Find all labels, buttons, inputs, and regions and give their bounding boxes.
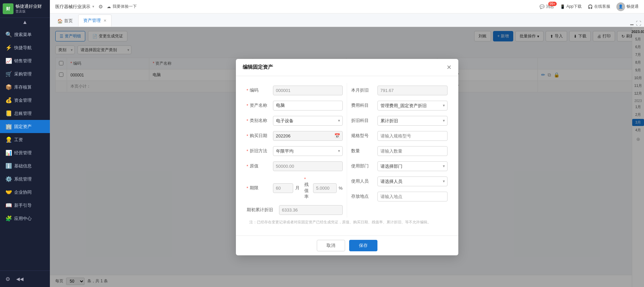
tab-asset-label: 资产管理 xyxy=(83,18,101,24)
sidebar-item-basic-info[interactable]: ℹ️ 基础信息 xyxy=(0,159,50,172)
sidebar-item-label: 快捷导航 xyxy=(14,45,32,51)
form-row-expense-account: 费用科目 管理费用_固定资产折旧 xyxy=(347,98,452,113)
inventory-icon: 📦 xyxy=(5,84,11,90)
sidebar-item-label: 系统管理 xyxy=(14,176,32,182)
sidebar-item-payroll[interactable]: 👷 工资 xyxy=(0,133,50,146)
sidebar-item-finance[interactable]: 💰 资金管理 xyxy=(0,94,50,107)
sidebar-item-collaboration[interactable]: 🤝 企业协同 xyxy=(0,186,50,199)
sidebar-item-fixed-assets[interactable]: 🏢 固定资产 xyxy=(0,120,50,133)
spec-model-input[interactable] xyxy=(377,131,448,141)
online-service-button[interactable]: 🎧 在线客服 xyxy=(588,4,610,9)
modal-right-col: 本月折旧 费用科目 管理费用_固定资产折旧 xyxy=(347,83,452,218)
sidebar-item-app-center[interactable]: 🧩 应用中心 xyxy=(0,212,50,225)
fixed-assets-icon: 🏢 xyxy=(5,123,11,130)
residual-rate-input[interactable] xyxy=(313,183,337,193)
sidebar-item-label: 企业协同 xyxy=(14,189,32,195)
basic-info-icon: ℹ️ xyxy=(5,163,11,169)
messages-button[interactable]: 💬 消息 99+ xyxy=(540,4,554,9)
settings-icon: ⚙ xyxy=(5,276,10,282)
user-profile[interactable]: 👤 畅捷通 xyxy=(616,2,639,11)
tabbar: 🏠 首页 资产管理 ✕ 🗕 ⛶ xyxy=(50,13,644,27)
experience-label: 我要体验一下 xyxy=(113,4,137,9)
residual-rate-label: * 残值率 xyxy=(304,177,311,200)
category-label: * 类别名称 xyxy=(247,118,270,124)
calendar-icon[interactable]: 📅 xyxy=(334,133,340,138)
sidebar-settings[interactable]: ⚙ ◀◀ xyxy=(0,270,50,287)
tab-home-label: 首页 xyxy=(64,18,73,24)
modal-body: * 编码 * 资产名称 xyxy=(236,76,458,235)
residual-rate-unit: % xyxy=(339,186,343,191)
app-name: 畅捷通好业财 xyxy=(16,4,42,9)
tab-home[interactable]: 🏠 首页 xyxy=(53,15,78,27)
modal-footer: 取消 保存 xyxy=(236,235,458,255)
guide-icon: 📖 xyxy=(5,202,11,209)
save-button[interactable]: 保存 xyxy=(349,240,377,251)
dep-account-label: 折旧科目 xyxy=(351,118,375,124)
form-row-category: * 类别名称 电子设备 xyxy=(243,113,347,128)
department-wrap: 请选择部门 xyxy=(377,161,448,171)
sidebar-item-sales[interactable]: 📈 销售管理 xyxy=(0,54,50,67)
sidebar-item-label: 搜索菜单 xyxy=(14,32,32,38)
sidebar-collapse-button[interactable]: ◀◀ xyxy=(13,274,27,284)
sidebar-item-inventory[interactable]: 📦 库存核算 xyxy=(0,81,50,94)
code-input[interactable] xyxy=(273,86,343,95)
original-value-input[interactable] xyxy=(273,161,343,171)
form-row-location: 存放地点 xyxy=(347,189,452,204)
sidebar-scroll-up[interactable]: ▲ xyxy=(0,18,50,27)
modal-grid: * 编码 * 资产名称 xyxy=(243,83,452,218)
experience-button[interactable]: ☁ 我要体验一下 xyxy=(107,4,137,9)
tab-maximize-button[interactable]: ⛶ xyxy=(636,21,641,27)
location-input[interactable] xyxy=(377,192,448,201)
modal-close-button[interactable]: ✕ xyxy=(447,64,452,71)
tab-minimize-button[interactable]: 🗕 xyxy=(629,21,635,27)
sidebar-item-system[interactable]: ⚙️ 系统管理 xyxy=(0,172,50,186)
mobile-icon: 📱 xyxy=(560,4,565,9)
tab-close-icon[interactable]: ✕ xyxy=(103,19,106,23)
sidebar-header: 财 畅捷通好业财 普及版 xyxy=(0,0,50,18)
payroll-icon: 👷 xyxy=(5,136,11,143)
form-row-depreciation-method: * 折旧方法 年限平均 xyxy=(243,144,347,159)
sidebar-item-guide[interactable]: 📖 新手引导 xyxy=(0,199,50,212)
form-row-spec-model: 规格型号 xyxy=(347,128,452,144)
staff-select[interactable]: 请选择人员 xyxy=(377,177,448,186)
sidebar-item-search[interactable]: 🔍 搜索菜单 xyxy=(0,28,50,41)
modal-overlay: 编辑固定资产 ✕ * 编码 xyxy=(50,27,644,287)
collaboration-icon: 🤝 xyxy=(5,189,11,195)
quantity-input[interactable] xyxy=(377,146,448,156)
dep-account-select[interactable]: 累计折旧 xyxy=(377,116,448,126)
system-icon: ⚙️ xyxy=(5,176,11,182)
staff-wrap: 请选择人员 xyxy=(377,177,448,186)
operations-icon: 📊 xyxy=(5,150,11,156)
period-input[interactable] xyxy=(273,183,293,193)
period-accum-dep-input[interactable] xyxy=(279,205,343,215)
expense-account-select[interactable]: 管理费用_固定资产折旧 xyxy=(377,101,448,110)
purchase-date-input[interactable] xyxy=(273,131,343,141)
code-label: * 编码 xyxy=(247,87,270,93)
company-label: 医疗器械行业演示 xyxy=(55,4,90,10)
sidebar-item-purchase[interactable]: 🛒 采购管理 xyxy=(0,67,50,81)
form-row-period: * 期限 月 * 残值率 xyxy=(243,174,347,202)
sidebar-item-quick-nav[interactable]: ⚡ 快捷导航 xyxy=(0,41,50,54)
message-icon: 💬 xyxy=(540,4,545,9)
sidebar-item-label: 经营管理 xyxy=(14,150,32,156)
form-row-department: 使用部门 请选择部门 xyxy=(347,159,452,174)
app-download-button[interactable]: 📱 App下载 xyxy=(560,4,582,9)
cancel-button[interactable]: 取消 xyxy=(317,240,345,251)
topbar-settings-icon[interactable]: ⚙ xyxy=(98,4,103,10)
sales-icon: 📈 xyxy=(5,58,11,64)
app-center-icon: 🧩 xyxy=(5,215,11,222)
monthly-dep-label: 本月折旧 xyxy=(351,87,375,93)
category-select-wrap: 电子设备 xyxy=(273,116,343,126)
category-select[interactable]: 电子设备 xyxy=(273,116,343,126)
period-row: 月 * 残值率 % xyxy=(273,177,343,200)
sidebar-item-operations[interactable]: 📊 经营管理 xyxy=(0,146,50,159)
department-select[interactable]: 请选择部门 xyxy=(377,161,448,171)
form-row-monthly-dep: 本月折旧 xyxy=(347,83,452,98)
form-row-name: * 资产名称 xyxy=(243,98,347,113)
sidebar-item-ledger[interactable]: 📒 总账管理 xyxy=(0,107,50,120)
sidebar-nav: 🔍 搜索菜单 ⚡ 快捷导航 📈 销售管理 🛒 采购管理 📦 库存核算 💰 资金管… xyxy=(0,27,50,270)
name-input[interactable] xyxy=(273,101,343,110)
depreciation-method-select[interactable]: 年限平均 xyxy=(273,146,343,156)
purchase-icon: 🛒 xyxy=(5,71,11,77)
tab-asset-management[interactable]: 资产管理 ✕ xyxy=(78,14,112,27)
